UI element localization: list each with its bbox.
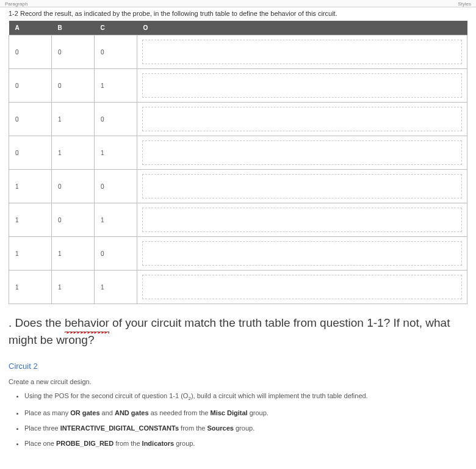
cell-b: 0 (52, 69, 95, 103)
cell-output[interactable] (137, 103, 467, 136)
ribbon-right-label: Styles (458, 1, 471, 7)
cell-a: 0 (9, 35, 52, 69)
underlined-word: behavior (65, 315, 109, 332)
cell-b: 1 (52, 237, 95, 271)
cell-c: 1 (95, 136, 137, 170)
circuit2-intro: Create a new circuit design. (9, 378, 467, 385)
bold-term: AND gates (115, 409, 149, 416)
cell-b: 1 (52, 271, 95, 304)
underlined-word-text: behavior (65, 316, 109, 329)
cell-output[interactable] (137, 170, 467, 203)
cell-a: 1 (9, 237, 52, 271)
cell-c: 0 (95, 237, 137, 271)
cell-c: 1 (95, 271, 137, 304)
circuit2-title: Circuit 2 (9, 362, 467, 371)
output-input-box[interactable] (142, 275, 462, 299)
cell-b: 0 (52, 203, 95, 237)
header-o: O (137, 21, 467, 35)
question-text: . Does the behavior of your circuit matc… (9, 315, 467, 348)
question-prefix: . Does the (9, 316, 65, 329)
cell-output[interactable] (137, 69, 467, 103)
header-c: C (95, 21, 137, 35)
header-a: A (9, 21, 52, 35)
cell-a: 0 (9, 103, 52, 136)
output-input-box[interactable] (142, 40, 462, 64)
ribbon-left-label: Paragraph (5, 1, 27, 7)
output-input-box[interactable] (142, 241, 462, 266)
output-input-box[interactable] (142, 140, 462, 165)
instruction-text: 1-2 Record the result, as indicated by t… (9, 10, 467, 17)
cell-c: 1 (95, 203, 137, 237)
cell-a: 1 (9, 203, 52, 237)
spellcheck-squiggle (65, 332, 109, 333)
document-body: 1-2 Record the result, as indicated by t… (0, 7, 476, 467)
cell-c: 0 (95, 35, 137, 69)
cell-b: 0 (52, 170, 95, 203)
table-header-row: A B C O (9, 21, 467, 35)
output-input-box[interactable] (142, 73, 462, 98)
cell-output[interactable] (137, 35, 467, 69)
bold-term: Indicators (142, 440, 175, 447)
bold-term: PROBE_DIG_RED (56, 440, 114, 447)
bold-term: OR gates (70, 409, 99, 416)
cell-c: 0 (95, 103, 137, 136)
list-item: Place as many OR gates and AND gates as … (24, 409, 467, 418)
list-item: Using the POS for the second circuit of … (24, 391, 467, 402)
circuit2-bullet-list: Using the POS for the second circuit of … (9, 391, 467, 449)
table-row: 100 (9, 170, 467, 203)
ribbon-bar: Paragraph Styles (0, 0, 476, 7)
table-row: 011 (9, 136, 467, 170)
output-input-box[interactable] (142, 107, 462, 131)
subscript: 2 (188, 396, 190, 401)
bold-term: Misc Digital (211, 409, 248, 416)
table-row: 110 (9, 237, 467, 271)
table-row: 001 (9, 69, 467, 103)
cell-output[interactable] (137, 237, 467, 271)
list-item: Place one PROBE_DIG_RED from the Indicat… (24, 439, 467, 448)
table-row: 000 (9, 35, 467, 69)
cell-output[interactable] (137, 203, 467, 237)
cell-output[interactable] (137, 136, 467, 170)
cell-a: 0 (9, 69, 52, 103)
cell-a: 1 (9, 170, 52, 203)
truth-table: A B C O 000001010011100101110111 (9, 21, 467, 304)
cell-output[interactable] (137, 271, 467, 304)
cell-c: 0 (95, 170, 137, 203)
header-b: B (52, 21, 95, 35)
bold-term: INTERACTIVE_DIGITAL_CONSTANTs (60, 424, 179, 432)
table-row: 111 (9, 271, 467, 304)
cell-a: 0 (9, 136, 52, 170)
list-item: Place three INTERACTIVE_DIGITAL_CONSTANT… (24, 424, 467, 433)
cell-b: 1 (52, 136, 95, 170)
table-row: 101 (9, 203, 467, 237)
output-input-box[interactable] (142, 174, 462, 198)
table-row: 010 (9, 103, 467, 136)
cell-b: 0 (52, 35, 95, 69)
bold-term: Sources (207, 424, 234, 432)
output-input-box[interactable] (142, 208, 462, 232)
cell-c: 1 (95, 69, 137, 103)
cell-b: 1 (52, 103, 95, 136)
cell-a: 1 (9, 271, 52, 304)
